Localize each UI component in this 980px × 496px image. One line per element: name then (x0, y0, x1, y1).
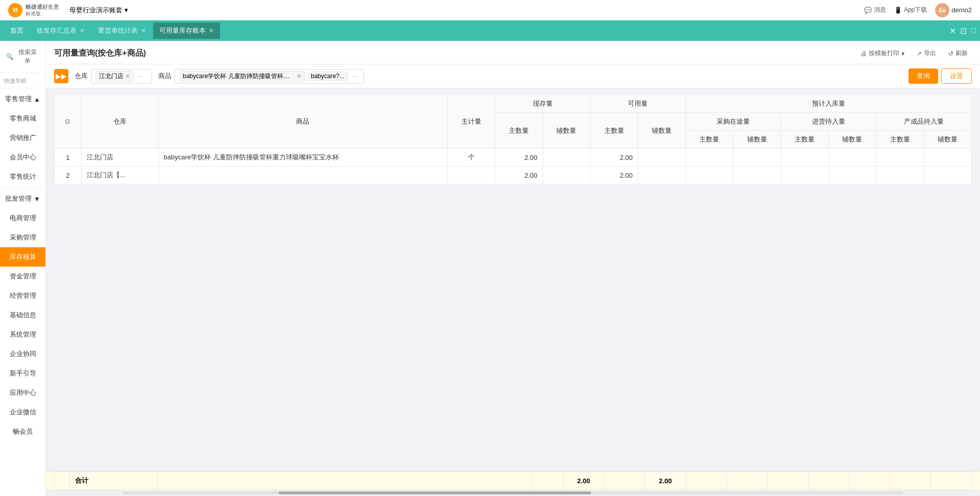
remove-warehouse-tag[interactable]: ✕ (125, 73, 130, 80)
cell-stock-main: 2.00 (495, 167, 543, 184)
sidebar-item-retail-stats[interactable]: 零售统计 (0, 167, 45, 186)
filter-actions: 查询 设置 (909, 68, 972, 84)
footer-table: 合计 2.00 2.00 (54, 471, 972, 490)
footer-stock-main: 2.00 (564, 472, 604, 490)
product-tag-1: babycare学饮杯 儿童防摔防撞吸管杯重力球吸嘴杯宝宝水杯 ✕ (179, 71, 305, 82)
th-incoming-aux: 辅数量 (828, 131, 876, 149)
close-tab-available-inventory[interactable]: ✕ (209, 28, 214, 34)
cell-product-aux (924, 167, 972, 184)
footer-row: 合计 2.00 2.00 (55, 472, 972, 490)
th-avail-aux: 辅数量 (638, 113, 685, 149)
th-avail-main: 主数量 (591, 113, 638, 149)
product-filter: 商品 babycare学饮杯 儿童防摔防撞吸管杯重力球吸嘴杯宝宝水杯 ✕ bab… (158, 69, 364, 84)
restore-window-icon[interactable]: ⊡ (960, 26, 967, 36)
sidebar-item-enterprise-wechat[interactable]: 企业微信 (0, 403, 45, 422)
refresh-btn[interactable]: ↺ 刷新 (944, 47, 972, 60)
th-product-main: 主数量 (876, 131, 924, 149)
th-stock-aux: 辅数量 (543, 113, 590, 149)
chevron-down-icon: ▾ (125, 6, 128, 14)
main-layout: 🔍 搜索菜单 快捷导航 零售管理 ▲ 零售商城 营销推广 会员中心 零售统计 批… (0, 41, 980, 496)
sidebar-nav-label[interactable]: 快捷导航 (0, 73, 45, 87)
message-icon: 💬 (864, 7, 872, 14)
print-template-btn[interactable]: 🖨 按模板打印 ▾ (856, 47, 909, 60)
sidebar-item-inventory-check[interactable]: 库存核算 (0, 247, 45, 267)
sidebar-item-vip-member[interactable]: 畅会员 (0, 422, 45, 441)
close-tab-order-stats[interactable]: ✕ (141, 28, 146, 34)
scrollbar-thumb[interactable] (279, 491, 591, 494)
sidebar-item-finance-mgmt[interactable]: 资金管理 (0, 267, 45, 286)
search-menu-btn[interactable]: 🔍 搜索菜单 (4, 45, 41, 68)
cell-stock-main: 2.00 (495, 149, 543, 167)
sidebar-item-new-guide[interactable]: 新手引导 (0, 364, 45, 383)
sidebar-item-retail-mgmt[interactable]: 零售管理 ▲ (0, 89, 45, 109)
horizontal-scrollbar[interactable] (46, 490, 980, 496)
cell-avail-main: 2.00 (591, 149, 638, 167)
top-bar-right: 💬 消息 📱 App下载 Ea demo2 (864, 3, 972, 17)
tab-order-stats[interactable]: 要货单统计表 ✕ (92, 22, 152, 39)
sidebar-item-operations-mgmt[interactable]: 经营管理 (0, 286, 45, 305)
footer-incoming-main (808, 472, 849, 490)
cell-product (158, 167, 448, 184)
table-row: 1江北门店babycare学饮杯 儿童防摔防撞吸管杯重力球吸嘴杯宝宝水杯个2.0… (55, 149, 972, 167)
remove-product-tag-1[interactable]: ✕ (297, 73, 302, 80)
top-bar: 好 畅捷通好生意 标准版 母婴行业演示账套 ▾ 💬 消息 📱 App下载 Ea … (0, 0, 980, 20)
app-download-btn[interactable]: 📱 App下载 (894, 6, 927, 14)
cell-purchase-aux (733, 149, 781, 167)
sidebar-item-app-center[interactable]: 应用中心 (0, 383, 45, 403)
product-label: 商品 (158, 72, 172, 81)
th-product: 商品 (158, 95, 448, 149)
sidebar-divider-1 (0, 88, 45, 88)
close-window-icon[interactable]: ✕ (949, 26, 956, 36)
tab-home[interactable]: 首页 (4, 22, 30, 39)
sidebar-item-member-center[interactable]: 会员中心 (0, 148, 45, 167)
download-icon: 📱 (894, 7, 902, 14)
th-incoming-main: 主数量 (781, 131, 828, 149)
more-product-filter-btn[interactable]: ··· (350, 72, 359, 81)
footer-incoming-aux (849, 472, 890, 490)
messages-btn[interactable]: 💬 消息 (864, 6, 886, 14)
content-area: 可用量查询(按仓库+商品) 🖨 按模板打印 ▾ ↗ 导出 ↺ 刷新 ▶▶ (46, 41, 980, 496)
th-stock-main: 主数量 (495, 113, 543, 149)
th-settings[interactable]: ⚙ (55, 95, 82, 149)
sidebar-item-enterprise-collab[interactable]: 企业协同 (0, 344, 45, 364)
sidebar-item-basic-info[interactable]: 基础信息 (0, 305, 45, 325)
sidebar-item-marketing[interactable]: 营销推广 (0, 128, 45, 148)
th-purchase-aux: 辅数量 (733, 131, 781, 149)
app-logo: 好 (8, 3, 22, 17)
footer-product-main (890, 472, 931, 490)
refresh-icon: ↺ (948, 50, 953, 57)
footer-stock-aux (604, 472, 645, 490)
th-unit: 主计量 (448, 95, 495, 149)
tab-receive-summary[interactable]: 收发存汇总表 ✕ (31, 22, 91, 39)
warehouse-tag: 江北门店 ✕ (95, 71, 134, 82)
chevron-down-icon-print: ▾ (901, 50, 904, 57)
data-table: ⚙ 仓库 商品 主计量 现存量 可用量 预计入库量 主数量 辅数量 主数量 辅数… (54, 95, 972, 184)
close-tab-receive-summary[interactable]: ✕ (80, 28, 85, 34)
export-icon: ↗ (917, 50, 922, 57)
cell-purchase-main (685, 149, 733, 167)
settings-btn[interactable]: 设置 (941, 68, 972, 84)
maximize-window-icon[interactable]: □ (971, 26, 976, 35)
filter-expand-btn[interactable]: ▶▶ (54, 69, 68, 83)
export-btn[interactable]: ↗ 导出 (913, 47, 940, 60)
cell-stock-aux (543, 167, 590, 184)
sidebar-item-ecommerce-mgmt[interactable]: 电商管理 (0, 208, 45, 228)
sidebar-item-wholesale-mgmt[interactable]: 批发管理 ▼ (0, 189, 45, 208)
query-btn[interactable]: 查询 (909, 68, 938, 84)
tab-available-inventory[interactable]: 可用量库存账本 ✕ (153, 22, 220, 39)
th-warehouse: 仓库 (81, 95, 158, 149)
avatar: Ea (935, 3, 949, 17)
warehouse-input[interactable]: 江北门店 ✕ ··· (91, 69, 152, 84)
industry-selector[interactable]: 母婴行业演示账套 ▾ (69, 6, 128, 15)
sidebar-item-purchase-mgmt[interactable]: 采购管理 (0, 228, 45, 247)
settings-gear-icon: ⚙ (64, 117, 71, 126)
page-actions: 🖨 按模板打印 ▾ ↗ 导出 ↺ 刷新 (856, 47, 972, 60)
sidebar-item-system-mgmt[interactable]: 系统管理 (0, 325, 45, 344)
sidebar-item-retail-mall[interactable]: 零售商城 (0, 109, 45, 128)
cell-seq: 2 (55, 167, 82, 184)
cell-purchase-main (685, 167, 733, 184)
filter-bar: ▶▶ 仓库 江北门店 ✕ ··· 商品 babycare学饮杯 儿童防摔防撞吸管… (46, 64, 980, 88)
user-area[interactable]: Ea demo2 (935, 3, 972, 17)
more-filter-btn[interactable]: ··· (136, 72, 145, 81)
product-input[interactable]: babycare学饮杯 儿童防摔防撞吸管杯重力球吸嘴杯宝宝水杯 ✕ babyca… (175, 69, 364, 84)
